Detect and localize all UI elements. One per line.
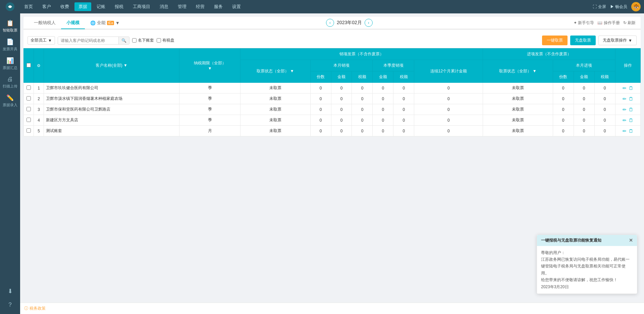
no-disk-ops-btn[interactable]: 无盘取票操作 ▼ xyxy=(598,36,637,45)
tab-omnipotent[interactable]: 🌐 全能 tEa ▼ xyxy=(85,17,125,29)
search-input[interactable] xyxy=(58,37,118,44)
no-disk-fetch-btn[interactable]: 无盘取票 xyxy=(570,36,596,45)
row-checkbox-cell[interactable] xyxy=(24,83,34,93)
prev-period-btn[interactable]: ‹ xyxy=(326,19,334,27)
sidebar-item-invoice-issue[interactable]: 📄 发票开具 xyxy=(0,36,20,54)
tax-disk-filter-checkbox[interactable]: 有税盘 xyxy=(157,38,174,43)
tax-period-cell: 季 xyxy=(179,115,240,126)
filter-icon4[interactable]: ▼ xyxy=(533,69,537,73)
sales-consecutive12-cell: 0 xyxy=(414,104,483,115)
sidebar-item-smart-fetch[interactable]: 📋 智能取票 xyxy=(0,17,20,36)
tax-disk-filter-input[interactable] xyxy=(157,38,161,43)
fullscreen-btn[interactable]: ⛶ 全屏 xyxy=(593,4,606,10)
sales-month-tax-cell: 0 xyxy=(352,83,373,93)
sales-month-copies-cell: 0 xyxy=(310,115,331,126)
row-checkbox-cell[interactable] xyxy=(24,126,34,136)
dropdown-arrow-icon2: ▼ xyxy=(628,38,632,43)
filter-icon2[interactable]: ▼ xyxy=(208,66,212,71)
sales-fetch-status-cell: 未取票 xyxy=(240,126,310,136)
detail-icon[interactable]: 🗒 xyxy=(629,96,633,102)
nav-business[interactable]: 工商项目 xyxy=(129,2,154,11)
sales-quarter-tax-cell: 0 xyxy=(393,126,414,136)
notification-close-btn[interactable]: ✕ xyxy=(629,238,633,243)
nav-settings[interactable]: 设置 xyxy=(228,2,245,11)
detail-icon[interactable]: 🗒 xyxy=(629,118,633,123)
row-checkbox[interactable] xyxy=(26,107,31,111)
nav-operation[interactable]: 经营 xyxy=(192,2,209,11)
refresh-btn[interactable]: ↻ 刷新 xyxy=(623,20,636,26)
select-all-checkbox[interactable] xyxy=(26,63,31,67)
tab-general-taxpayer[interactable]: 一般纳税人 xyxy=(29,17,61,29)
nav-message[interactable]: 消息 xyxy=(156,2,172,11)
customer-name-cell: 测试账套 xyxy=(44,126,179,136)
account-filter-input[interactable] xyxy=(132,38,137,43)
nav-home[interactable]: 首页 xyxy=(20,2,37,11)
table-select-all-header[interactable] xyxy=(24,49,34,83)
tax-policy-link[interactable]: ⓘ 税务政策 xyxy=(24,306,46,311)
row-checkbox[interactable] xyxy=(26,85,31,90)
notification-header: 一键报税与无盘取票功能恢复通知 ✕ xyxy=(537,235,637,246)
one-key-fetch-btn[interactable]: 一键取票 xyxy=(542,36,568,45)
app-logo[interactable] xyxy=(3,0,17,13)
customer-name-cell: 卫辉市玖玖健合医药有限公司 xyxy=(44,83,179,93)
tab-right-actions: ✦ 新手引导 📖 操作手册 ↻ 刷新 xyxy=(574,20,636,26)
table-settings-header[interactable]: ⚙ xyxy=(34,49,44,83)
row-checkbox[interactable] xyxy=(26,128,31,133)
tab-small-scale[interactable]: 小规模 xyxy=(61,17,85,29)
nav-accounting[interactable]: 记账 xyxy=(93,2,109,11)
sales-quarter-tax-cell: 0 xyxy=(393,83,414,93)
customer-name-cell: 卫辉市保和堂医药有限公司卫辉路店 xyxy=(44,104,179,115)
nav-manage[interactable]: 管理 xyxy=(174,2,191,11)
edit-icon[interactable]: ✏ xyxy=(623,107,627,112)
sidebar-download-icon[interactable]: ⬇ xyxy=(6,286,15,297)
row-checkbox-cell[interactable] xyxy=(24,115,34,126)
detail-icon[interactable]: 🗒 xyxy=(629,107,633,112)
nav-invoice[interactable]: 票据 xyxy=(74,2,91,11)
nav-customer[interactable]: 客户 xyxy=(38,2,55,11)
user-avatar[interactable]: 🐯 xyxy=(631,2,641,11)
row-checkbox[interactable] xyxy=(26,118,31,122)
sidebar-item-invoice-entry[interactable]: ✏️ 票据录入 xyxy=(0,91,20,110)
filter-icon3[interactable]: ▼ xyxy=(290,69,294,73)
edit-icon[interactable]: ✏ xyxy=(623,96,627,102)
row-checkbox-cell[interactable] xyxy=(24,104,34,115)
sidebar-help-icon[interactable]: ？ xyxy=(5,299,15,311)
edit-icon[interactable]: ✏ xyxy=(623,128,627,134)
nav-tax[interactable]: 报税 xyxy=(111,2,127,11)
filter-icon[interactable]: ▼ xyxy=(123,63,127,68)
employee-filter[interactable]: 全部员工 ▼ xyxy=(28,36,55,45)
purchase-month-amount-cell: 0 xyxy=(574,115,594,126)
purchase-month-copies-cell: 0 xyxy=(553,104,574,115)
next-period-btn[interactable]: › xyxy=(365,19,373,27)
sidebar-item-label: 票据录入 xyxy=(3,103,17,108)
search-button[interactable]: 🔍 xyxy=(118,37,129,44)
edit-icon[interactable]: ✏ xyxy=(623,118,627,123)
account-filter-checkbox[interactable]: 名下账套 xyxy=(132,38,154,43)
notification-title: 一键报税与无盘取票功能恢复通知 xyxy=(541,238,601,243)
manual-btn[interactable]: 📖 操作手册 xyxy=(597,20,620,26)
sales-consecutive12-cell: 0 xyxy=(414,83,483,93)
tax-policy-icon: ⓘ xyxy=(24,306,28,311)
sales-quarter-amount-cell: 0 xyxy=(373,104,393,115)
sidebar-item-invoice-summary[interactable]: 📊 票据汇总 xyxy=(0,54,20,73)
nav-right-actions: ⛶ 全屏 ▶ 畅会员 🐯 xyxy=(593,2,641,11)
table-row: 3 卫辉市保和堂医药有限公司卫辉路店 季 未取票 0 0 0 0 0 0 未取票… xyxy=(24,104,641,115)
member-btn[interactable]: ▶ 畅会员 xyxy=(610,4,627,10)
sales-quarter-amount-header: 金额 xyxy=(373,71,393,83)
invoice-table: ⚙ 客户名称(全部) ▼ 纳税期限（全部） ▼ 销项发票（不含作废票） 进项发票… xyxy=(23,48,641,136)
nav-billing[interactable]: 收费 xyxy=(56,2,73,11)
row-checkbox[interactable] xyxy=(26,96,31,101)
detail-icon[interactable]: 🗒 xyxy=(629,128,633,134)
page-wrapper: 一般纳税人 小规模 🌐 全能 tEa ▼ ‹ 2023年02月 › xyxy=(23,17,641,136)
detail-icon[interactable]: 🗒 xyxy=(629,85,633,91)
sales-quarter-amount-cell: 0 xyxy=(373,83,393,93)
edit-icon[interactable]: ✏ xyxy=(623,85,627,91)
row-actions-cell: ✏ 🗒 xyxy=(615,83,640,93)
sidebar-item-scan-upload[interactable]: 🖨 扫描上传 xyxy=(0,73,20,91)
sales-month-amount-cell: 0 xyxy=(331,126,352,136)
row-index-cell: 4 xyxy=(34,115,44,126)
nav-menu: 首页 客户 收费 票据 记账 报税 工商项目 消息 管理 经营 服务 设置 xyxy=(20,2,593,11)
nav-service[interactable]: 服务 xyxy=(210,2,227,11)
new-guide-btn[interactable]: ✦ 新手引导 xyxy=(574,20,594,26)
row-checkbox-cell[interactable] xyxy=(24,93,34,104)
